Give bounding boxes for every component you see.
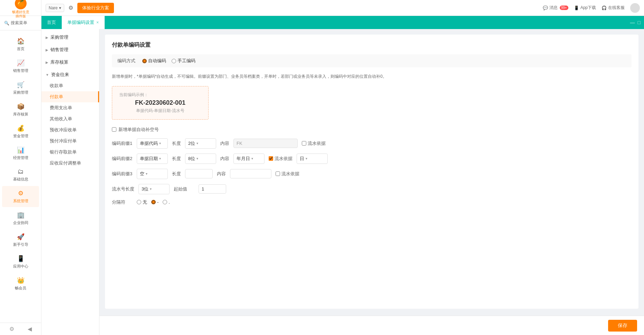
enterprise-icon: 🏢 <box>17 211 25 219</box>
prefix2-select[interactable]: 单据日期 ▾ <box>137 153 168 164</box>
sidebar-item-basic[interactable]: 🗂 基础信息 <box>2 165 39 185</box>
start-value-label: 起始值 <box>174 186 194 192</box>
sub-menu-header-sales[interactable]: ▶ 销售管理 <box>41 44 99 55</box>
sub-menu-item-prepay-pay[interactable]: 预付冲应付单 <box>41 136 99 147</box>
industry-button[interactable]: 体验行业方案 <box>77 3 114 13</box>
sub-menu-item-bank[interactable]: 银行存取款单 <box>41 147 99 158</box>
waterfall2-unit-select[interactable]: 日 ▾ <box>297 153 328 164</box>
page-title: 付款单编码设置 <box>112 41 632 49</box>
sep-dash-option[interactable]: - <box>151 199 158 205</box>
auto-encoding-label: 自动编码 <box>148 58 166 64</box>
length1-chevron: ▾ <box>196 141 198 145</box>
sidebar-settings-icon[interactable]: ⚙ <box>9 326 14 332</box>
sidebar-item-inventory-label: 库存核算 <box>13 112 28 117</box>
left-sidebar: 🍊 畅通好生意 插件版 🔍 搜索菜单 🏠 首页 📈 销售管理 🛒 采购管理 📦 … <box>0 0 41 335</box>
appstore-icon: 📱 <box>17 255 25 262</box>
auto-fill-checkbox[interactable] <box>112 127 116 132</box>
adjust-label: 应收应付调整单 <box>50 160 81 166</box>
main-tabs: 首页 单据编码设置 × — □ <box>41 16 644 29</box>
length1-select[interactable]: 2位 ▾ <box>185 138 216 149</box>
sidebar-item-purchase[interactable]: 🛒 采购管理 <box>2 77 39 99</box>
sub-sidebar: ▶ 采购管理 ▶ 销售管理 ▶ 库存核算 ▼ 资金往来 收款单 付款单 费用支出… <box>41 29 99 335</box>
content1-label: 内容 <box>220 140 229 147</box>
manual-encoding-radio[interactable] <box>172 59 176 63</box>
waterfall2-checkbox-label[interactable]: 流水依据 <box>269 156 292 162</box>
serial-length-select[interactable]: 3位 ▾ <box>138 184 170 194</box>
sidebar-item-enterprise[interactable]: 🏢 企业协同 <box>2 208 39 229</box>
manual-encoding-option[interactable]: 手工编码 <box>172 58 195 64</box>
auto-encoding-radio[interactable] <box>142 59 147 63</box>
sidebar-item-guide[interactable]: 🚀 新手引导 <box>2 230 39 251</box>
sidebar-collapse-icon[interactable]: ◀ <box>28 326 32 332</box>
waterfall2-checkbox[interactable] <box>269 156 273 161</box>
user-avatar[interactable] <box>630 3 640 13</box>
guide-icon: 🚀 <box>17 233 25 241</box>
app-download-button[interactable]: 📱 App下载 <box>574 5 596 11</box>
message-label: 消息 <box>549 5 558 11</box>
sidebar-item-operation[interactable]: 📊 经营管理 <box>2 143 39 164</box>
tab-home[interactable]: 首页 <box>41 16 62 29</box>
content3-input[interactable] <box>230 169 271 178</box>
length3-input[interactable] <box>185 169 213 178</box>
waterfall1-checkbox[interactable] <box>302 141 306 146</box>
sidebar-item-sales[interactable]: 📈 销售管理 <box>2 56 39 77</box>
tab-minimize-icon[interactable]: — <box>630 20 635 25</box>
waterfall1-checkbox-label[interactable]: 流水依据 <box>302 140 326 147</box>
preview-box: 当前编码示例： FK-20230602-001 单据代码-单据日期-流水号 <box>112 86 209 120</box>
settings-icon[interactable]: ⚙ <box>67 3 75 12</box>
sep-dot-option[interactable]: . <box>163 199 170 205</box>
message-button[interactable]: 💬 消息 99+ <box>543 5 568 11</box>
sep-none-radio[interactable] <box>137 200 141 204</box>
sidebar-item-finance[interactable]: 💰 资金管理 <box>2 121 39 142</box>
sub-menu-purchase-label: 采购管理 <box>50 34 68 40</box>
sub-menu-header-funds[interactable]: ▼ 资金往来 <box>41 69 99 80</box>
save-button[interactable]: 保存 <box>608 320 637 332</box>
sidebar-item-system[interactable]: ⚙ 系统管理 <box>2 186 39 207</box>
sep-dot-radio[interactable] <box>163 200 167 204</box>
tab-encoding-settings[interactable]: 单据编码设置 × <box>62 16 105 29</box>
online-service-button[interactable]: 🎧 在线客服 <box>602 5 625 11</box>
main-content: 付款单编码设置 编码方式 自动编码 手工编码 新增单据时，*单据编码*自动生成，… <box>99 29 644 335</box>
serial-length-label: 流水号长度 <box>112 186 134 192</box>
sep-dash-label: - <box>157 199 158 205</box>
tab-close-icon[interactable]: × <box>96 20 99 25</box>
sub-menu-header-inventory[interactable]: ▶ 库存核算 <box>41 57 99 68</box>
sidebar-item-inventory[interactable]: 📦 库存核算 <box>2 99 39 120</box>
waterfall1-label: 流水依据 <box>308 140 326 147</box>
sidebar-item-appstore[interactable]: 📱 应用中心 <box>2 251 39 272</box>
sep-none-option[interactable]: 无 <box>137 199 147 205</box>
sub-menu-sales-label: 销售管理 <box>50 47 68 53</box>
length2-select[interactable]: 8位 ▾ <box>185 153 216 164</box>
auto-encoding-option[interactable]: 自动编码 <box>142 58 166 64</box>
chevron-right-icon: ▶ <box>46 36 48 39</box>
company-selector[interactable]: Nare ▾ <box>46 4 64 12</box>
prefix3-select[interactable]: 空 ▾ <box>137 169 168 179</box>
content2-select[interactable]: 年月日 ▾ <box>233 153 265 164</box>
tab-maximize-icon[interactable]: □ <box>638 20 641 25</box>
waterfall3-checkbox[interactable] <box>276 171 280 176</box>
sidebar-search-area: 🔍 搜索菜单 <box>0 16 41 30</box>
expense-label: 费用支出单 <box>50 105 72 110</box>
sub-menu-item-adjust[interactable]: 应收应付调整单 <box>41 158 99 169</box>
prepay-pay-label: 预付冲应付单 <box>50 138 77 143</box>
sub-menu-inventory-label: 库存核算 <box>50 59 68 65</box>
sep-dash-radio[interactable] <box>151 200 156 204</box>
sub-menu-item-prepay-recv[interactable]: 预收冲应收单 <box>41 124 99 136</box>
purchase-icon: 🛒 <box>17 81 25 89</box>
sidebar-item-home[interactable]: 🏠 首页 <box>2 34 39 55</box>
sub-menu-item-expense[interactable]: 费用支出单 <box>41 102 99 113</box>
sidebar-item-vip[interactable]: 👑 畅会员 <box>2 273 39 294</box>
sub-menu-item-receipt[interactable]: 收款单 <box>41 80 99 91</box>
prefix1-select[interactable]: 单据代码 ▾ <box>137 138 168 149</box>
search-menu-button[interactable]: 🔍 搜索菜单 <box>3 19 38 27</box>
sub-menu-header-purchase[interactable]: ▶ 采购管理 <box>41 32 99 43</box>
auto-fill-label: 新增单据自动补空号 <box>118 127 159 133</box>
start-value-input[interactable] <box>199 184 226 194</box>
prefix1-chevron: ▾ <box>159 141 161 145</box>
length2-chevron: ▾ <box>196 157 198 160</box>
waterfall3-checkbox-label[interactable]: 流水依据 <box>276 171 299 177</box>
content3-label: 内容 <box>217 171 226 177</box>
sub-menu-item-other-income[interactable]: 其他收入单 <box>41 113 99 124</box>
operation-icon: 📊 <box>17 146 25 154</box>
sub-menu-item-payment[interactable]: 付款单 <box>41 91 99 102</box>
